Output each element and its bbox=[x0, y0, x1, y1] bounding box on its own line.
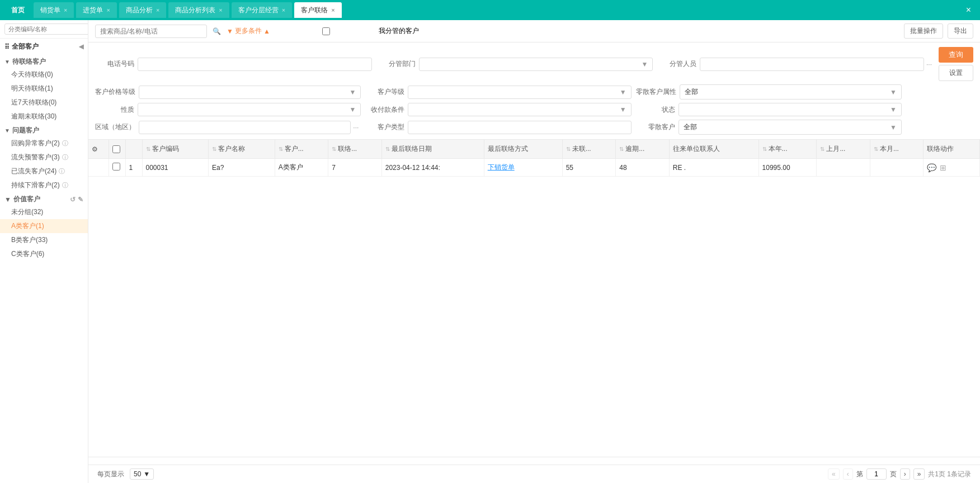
sidebar-item[interactable]: A类客户(1) bbox=[0, 219, 88, 233]
close-tab-sales-icon[interactable]: × bbox=[64, 7, 67, 13]
nav-tab-customer-seg[interactable]: 客户分层经营× bbox=[232, 2, 292, 18]
sidebar-item[interactable]: 持续下滑客户(2)ⓘ bbox=[0, 178, 88, 192]
sidebar-item[interactable]: 未分组(32) bbox=[0, 205, 88, 219]
retail-attr-field: 零散客户属性 全部 ▼ bbox=[636, 84, 902, 100]
dept-label: 分管部门 bbox=[376, 59, 416, 69]
horizontal-scrollbar[interactable] bbox=[88, 457, 980, 465]
close-tab-customer-contact-icon[interactable]: × bbox=[331, 7, 334, 13]
region-dots-icon[interactable]: ··· bbox=[351, 124, 361, 131]
close-tab-customer-seg-icon[interactable]: × bbox=[282, 7, 285, 13]
nature-select[interactable]: ▼ bbox=[138, 103, 361, 116]
filter-row-3: 性质 ▼ 收付款条件 ▼ 状态 bbox=[95, 103, 973, 116]
page-size-select[interactable]: 50 ▼ bbox=[130, 468, 154, 480]
all-customers-header[interactable]: ⠿ 全部客户 ◀ bbox=[0, 39, 88, 55]
cust-level-select[interactable]: ▼ bbox=[408, 86, 631, 99]
nav-tab-analysis-list[interactable]: 商品分析列表× bbox=[168, 2, 229, 18]
page-number-input[interactable] bbox=[866, 468, 887, 480]
sidebar-item[interactable]: 明天待联络(1) bbox=[0, 82, 88, 96]
next-page-button[interactable]: › bbox=[900, 468, 910, 480]
page-size-arrow-icon: ▼ bbox=[143, 470, 150, 478]
setting-button[interactable]: 设置 bbox=[939, 65, 973, 81]
sidebar-item[interactable]: 流失预警客户(3)ⓘ bbox=[0, 150, 88, 164]
sidebar-item[interactable]: 已流失客户(24)ⓘ bbox=[0, 164, 88, 178]
td-code: 000031 bbox=[142, 159, 209, 177]
td-last-method: 下销货单 bbox=[484, 159, 562, 177]
td-level: A类客户 bbox=[275, 159, 328, 177]
cust-type-input[interactable] bbox=[408, 121, 631, 134]
arrow-down-icon: ▼ bbox=[4, 59, 10, 65]
status-arrow-icon: ▼ bbox=[890, 106, 897, 113]
nav-tab-purchase[interactable]: 进货单× bbox=[76, 2, 116, 18]
td-last-date: 2023-04-12 14:44: bbox=[381, 159, 484, 177]
th-contact-label: 联络... bbox=[338, 144, 357, 154]
sidebar-search-input[interactable] bbox=[4, 23, 88, 35]
value-group-header[interactable]: ▼ 价值客户 ↺ ✎ bbox=[0, 192, 88, 205]
pending-group-header[interactable]: ▼ 待联络客户 bbox=[0, 55, 88, 68]
sidebar-item[interactable]: 逾期未联络(30) bbox=[0, 110, 88, 124]
th-code-label: 客户编码 bbox=[152, 144, 179, 154]
collapse-icon[interactable]: ◀ bbox=[79, 43, 83, 50]
main-search-input[interactable] bbox=[95, 25, 207, 38]
info-icon: ⓘ bbox=[62, 181, 68, 190]
tab-label-customer-seg: 客户分层经营 bbox=[238, 6, 279, 15]
settings-icon[interactable]: ⚙ bbox=[92, 145, 98, 153]
status-select[interactable]: ▼ bbox=[679, 103, 902, 116]
refresh-icon[interactable]: ↺ bbox=[70, 196, 76, 203]
close-tab-purchase-icon[interactable]: × bbox=[106, 7, 110, 13]
my-customers-checkbox[interactable]: 我分管的客户 bbox=[276, 26, 419, 36]
th-history-contact-label: 往来单位联系人 bbox=[673, 144, 720, 154]
batch-op-button[interactable]: 批量操作 bbox=[904, 23, 943, 39]
manager-dots-icon[interactable]: ··· bbox=[924, 60, 934, 68]
retail-attr-select[interactable]: 全部 ▼ bbox=[680, 84, 902, 100]
th-level-label: 客户... bbox=[285, 144, 304, 154]
query-button[interactable]: 查询 bbox=[939, 47, 973, 63]
edit-icon[interactable]: ✎ bbox=[78, 196, 83, 203]
pending-group-label: 待联络客户 bbox=[12, 57, 46, 67]
close-tab-analysis-list-icon[interactable]: × bbox=[219, 7, 222, 13]
row-checkbox[interactable] bbox=[112, 163, 120, 171]
payment-select[interactable]: ▼ bbox=[408, 103, 631, 116]
message-icon[interactable]: 💬 bbox=[927, 163, 936, 172]
nav-tab-analysis[interactable]: 商品分析× bbox=[119, 2, 166, 18]
last-method-link[interactable]: 下销货单 bbox=[488, 163, 515, 171]
th-last-month-label: 上月... bbox=[826, 144, 845, 154]
problem-group-header[interactable]: ▼ 问题客户 bbox=[0, 124, 88, 136]
nav-tab-customer-contact[interactable]: 客户联络× bbox=[294, 2, 341, 18]
region-input[interactable] bbox=[139, 121, 351, 134]
sidebar-item[interactable]: 今天待联络(0) bbox=[0, 68, 88, 82]
phone-input[interactable] bbox=[138, 58, 372, 71]
th-this-month-label: 本月... bbox=[880, 144, 899, 154]
first-page-button[interactable]: « bbox=[828, 468, 840, 480]
export-button[interactable]: 导出 bbox=[948, 23, 973, 39]
dept-select[interactable]: ▼ bbox=[419, 58, 653, 71]
prev-page-button[interactable]: ‹ bbox=[843, 468, 853, 480]
more-conditions-button[interactable]: ▼ 更多条件 ▲ bbox=[227, 26, 270, 36]
th-settings[interactable]: ⚙ bbox=[88, 140, 109, 159]
select-all-checkbox[interactable] bbox=[112, 145, 120, 153]
home-tab[interactable]: 首页 bbox=[4, 6, 31, 15]
manager-input[interactable] bbox=[700, 58, 924, 71]
nav-tab-sales[interactable]: 销货单× bbox=[34, 2, 74, 18]
filter-row-4: 区域（地区） ··· 客户类型 零散客户 全部 ▼ bbox=[95, 120, 973, 135]
page-size-label: 每页显示 bbox=[97, 470, 124, 479]
price-level-select[interactable]: ▼ bbox=[139, 86, 361, 99]
sidebar-item[interactable]: C类客户(6) bbox=[0, 247, 88, 261]
last-page-button[interactable]: » bbox=[913, 468, 925, 480]
sidebar-item[interactable]: B类客户(33) bbox=[0, 233, 88, 247]
price-level-field: 客户价格等级 ▼ bbox=[95, 86, 361, 99]
content-area: 🔍 ▼ 更多条件 ▲ 我分管的客户 批量操作 导出 电话号码 bbox=[88, 20, 980, 483]
last-month-sort-icon: ⇅ bbox=[820, 146, 824, 152]
close-tab-analysis-icon[interactable]: × bbox=[156, 7, 159, 13]
filter-search-icon[interactable]: 🔍 bbox=[213, 27, 221, 35]
retail-cust-select[interactable]: 全部 ▼ bbox=[679, 120, 902, 135]
phone-label: 电话号码 bbox=[95, 59, 134, 69]
qr-icon[interactable]: ⊞ bbox=[940, 163, 946, 172]
sidebar-item[interactable]: 回购异常客户(2)ⓘ bbox=[0, 136, 88, 150]
region-label: 区域（地区） bbox=[95, 122, 135, 132]
close-all-button[interactable]: × bbox=[962, 5, 976, 15]
sidebar-item[interactable]: 近7天待联络(0) bbox=[0, 96, 88, 110]
code-sort-icon: ⇅ bbox=[146, 146, 150, 152]
th-name-label: 客户名称 bbox=[218, 144, 245, 154]
retail-attr-arrow-icon: ▼ bbox=[890, 88, 897, 96]
my-customers-check[interactable] bbox=[276, 27, 376, 35]
